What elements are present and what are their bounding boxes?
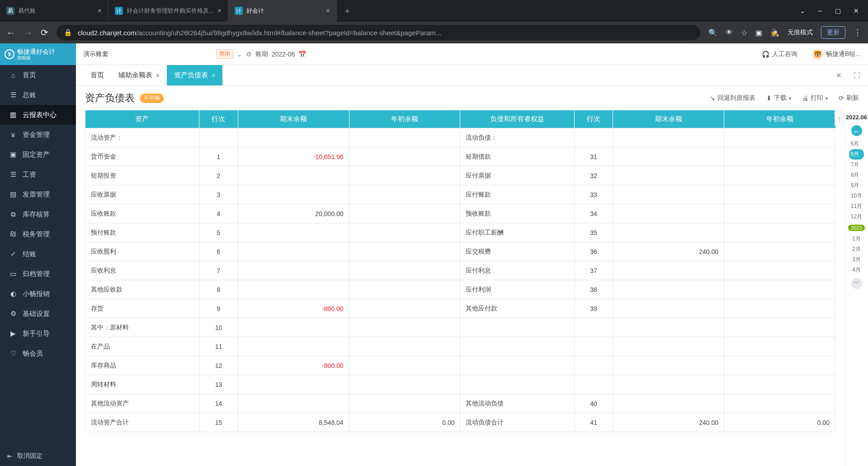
- calendar-icon[interactable]: 📅: [298, 51, 306, 58]
- sidebar-item-2[interactable]: ▥云报表中心: [0, 105, 76, 125]
- fullscreen-icon[interactable]: ⛶: [850, 69, 863, 82]
- star-icon[interactable]: ☆: [741, 28, 747, 37]
- rail-up-button[interactable]: ︽: [851, 125, 862, 136]
- cell: 38: [574, 280, 613, 299]
- browser-tab-0[interactable]: 易 易代账 ×: [0, 0, 108, 22]
- cell: 应付利润: [460, 280, 574, 299]
- cell: [724, 375, 835, 394]
- cell: [349, 223, 460, 242]
- close-icon[interactable]: ×: [212, 72, 215, 79]
- sidebar-item-3[interactable]: ¥资金管理: [0, 125, 76, 145]
- app-tab-0[interactable]: 首页: [83, 65, 111, 85]
- scroll-right-button[interactable]: ›: [835, 110, 844, 126]
- cell: 0.00: [349, 413, 460, 432]
- month-item[interactable]: 4月: [850, 265, 863, 275]
- app-tab-2[interactable]: 资产负债表×: [167, 65, 222, 85]
- cell: 流动负债：: [460, 128, 574, 147]
- month-item[interactable]: 8月: [849, 170, 864, 180]
- close-icon[interactable]: ×: [156, 72, 160, 79]
- chevron-down-icon[interactable]: ⌄: [237, 51, 242, 58]
- minimize-icon[interactable]: ─: [818, 7, 822, 14]
- sidebar-item-6[interactable]: ▤发票管理: [0, 184, 76, 204]
- month-item[interactable]: 9月: [849, 180, 864, 191]
- cell: [349, 356, 460, 375]
- tabs-actions: ✕ ⛶: [832, 65, 868, 85]
- sidebar-items: ⌂首页☰总账▥云报表中心¥资金管理▣固定资产☰工资▤发票管理⧉库存核算₪税务管理…: [0, 65, 76, 446]
- table-row: 短期投资2应付票据32: [85, 166, 835, 185]
- close-all-tabs-icon[interactable]: ✕: [832, 69, 845, 82]
- sidebar-item-12[interactable]: ⚙基础设置: [0, 304, 76, 324]
- cell: [613, 318, 724, 337]
- sidebar-item-8[interactable]: ₪税务管理: [0, 224, 76, 244]
- sidebar-toggle-pin[interactable]: ⇤ 取消固定: [0, 446, 76, 466]
- sidebar-item-5[interactable]: ☰工资: [0, 165, 76, 184]
- sidebar-item-7[interactable]: ⧉库存核算: [0, 204, 76, 224]
- cell: 10: [199, 318, 238, 337]
- print-button[interactable]: 🖨打印▾: [802, 94, 828, 102]
- sidebar-item-4[interactable]: ▣固定资产: [0, 145, 76, 165]
- period-value[interactable]: 2022-06: [272, 51, 295, 58]
- month-item[interactable]: 5月: [849, 139, 864, 149]
- app-tab-1[interactable]: 辅助余额表×: [111, 65, 167, 85]
- refresh-button[interactable]: ⟳刷新: [839, 94, 859, 102]
- undo-icon: ↘: [710, 94, 715, 102]
- sidebar-item-label: 归档管理: [23, 270, 50, 278]
- window-close-icon[interactable]: ✕: [854, 7, 859, 14]
- close-icon[interactable]: ×: [217, 7, 222, 15]
- cell: 33: [574, 185, 613, 204]
- sidebar-item-label: 总账: [23, 91, 36, 99]
- new-tab-button[interactable]: ＋: [337, 0, 358, 22]
- month-item[interactable]: 7月: [849, 160, 864, 170]
- rail-next-year: 2023: [848, 225, 864, 231]
- download-button[interactable]: ⬇下载▾: [766, 94, 791, 102]
- sidebar-icon: ♡: [9, 349, 17, 358]
- cell: 周转材料: [85, 375, 199, 394]
- user-chip[interactable]: 🐯 畅捷通B组...: [806, 49, 861, 60]
- month-item[interactable]: 11月: [849, 201, 864, 212]
- month-item[interactable]: 10月: [849, 191, 864, 201]
- page-actions: ↘回退到原报表 ⬇下载▾ 🖨打印▾ ⟳刷新: [710, 94, 859, 102]
- gear-icon[interactable]: ⚙: [246, 51, 252, 58]
- cell: 流动资产：: [85, 128, 199, 147]
- address-bar[interactable]: 🔒 cloud2.chanjet.com/accounting/uh26t264…: [57, 25, 700, 40]
- kebab-menu-icon[interactable]: ⋮: [854, 28, 862, 38]
- sidebar-item-0[interactable]: ⌂首页: [0, 65, 76, 85]
- reload-icon[interactable]: ⟳: [41, 27, 48, 38]
- support-button[interactable]: 🎧 人工咨询: [762, 50, 797, 58]
- extensions-eye-icon[interactable]: 👁: [726, 28, 733, 37]
- sidebar-icon: ⧉: [9, 210, 17, 218]
- cell: 1: [199, 147, 238, 166]
- sidebar-item-10[interactable]: ▭归档管理: [0, 264, 76, 284]
- browser-tab-1[interactable]: 计 好会计财务管理软件购买价格及... ×: [108, 0, 228, 22]
- cell: 15: [199, 413, 238, 432]
- month-item[interactable]: 6月: [849, 149, 864, 160]
- sidebar-item-11[interactable]: ◐小畅报销: [0, 284, 76, 304]
- close-icon[interactable]: ×: [98, 7, 102, 15]
- rollback-button[interactable]: ↘回退到原报表: [710, 94, 755, 102]
- browser-tab-2[interactable]: 计 好会计 ×: [228, 0, 337, 22]
- month-item[interactable]: 2月: [850, 244, 863, 254]
- close-icon[interactable]: ×: [326, 7, 330, 15]
- update-button[interactable]: 更新: [821, 26, 845, 39]
- sidebar-item-13[interactable]: ▶新手引导: [0, 324, 76, 344]
- maximize-icon[interactable]: ▢: [835, 7, 841, 14]
- back-icon[interactable]: ←: [6, 28, 15, 38]
- brand[interactable]: ¥ 畅捷通好会计 旗舰版: [0, 43, 76, 65]
- cell: [724, 147, 835, 166]
- cell: 应收账款: [85, 204, 199, 223]
- sidebar-item-9[interactable]: ✓结账: [0, 244, 76, 264]
- sidebar-item-1[interactable]: ☰总账: [0, 85, 76, 105]
- sidebar-item-14[interactable]: ♡畅会员: [0, 344, 76, 363]
- month-item[interactable]: 1月: [850, 234, 863, 244]
- rail-down-button[interactable]: ︾: [851, 278, 862, 289]
- cell: [238, 223, 349, 242]
- month-item[interactable]: 12月: [849, 212, 864, 222]
- forward-icon[interactable]: →: [24, 28, 33, 38]
- chevron-down-icon[interactable]: ⌄: [800, 7, 805, 14]
- extension-box-icon[interactable]: ▣: [755, 28, 762, 37]
- zoom-icon[interactable]: 🔍: [708, 28, 717, 37]
- account-name[interactable]: 演示账套: [83, 50, 108, 58]
- month-item[interactable]: 3月: [850, 254, 863, 265]
- cell: [613, 261, 724, 280]
- browser-tabs-bar: 易 易代账 × 计 好会计财务管理软件购买价格及... × 计 好会计 × ＋ …: [0, 0, 868, 22]
